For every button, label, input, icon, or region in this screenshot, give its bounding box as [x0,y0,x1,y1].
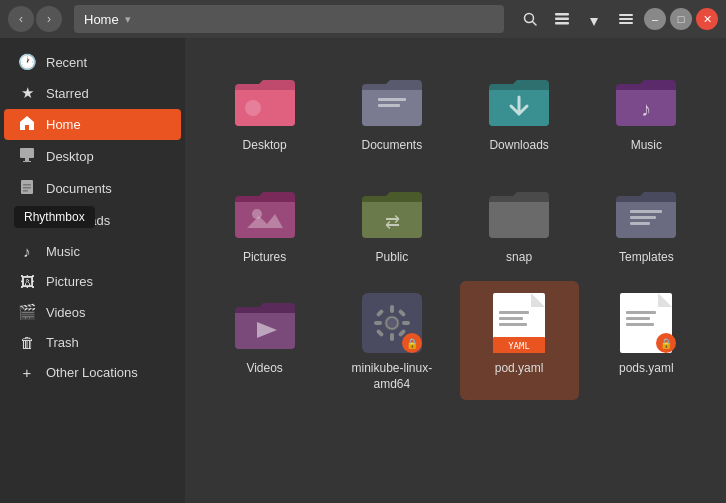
file-content: Desktop Documents [185,38,726,503]
downloads-folder-label: Downloads [489,138,548,154]
folder-documents[interactable]: Documents [332,58,451,162]
music-folder-label: Music [631,138,662,154]
pod-yaml-label: pod.yaml [495,361,544,377]
svg-text:♪: ♪ [641,98,651,120]
folder-public[interactable]: ⇄ Public [332,170,451,274]
svg-text:YAML: YAML [508,341,530,351]
recent-icon: 🕐 [18,53,36,71]
file-minikube[interactable]: 🔒 minikube-linux-amd64 [332,281,451,400]
sidebar-label-home: Home [46,117,167,132]
svg-rect-3 [555,18,569,21]
svg-point-17 [245,100,261,116]
maximize-button[interactable]: □ [670,8,692,30]
sidebar-item-desktop[interactable]: Desktop [4,141,181,172]
minikube-file-label: minikube-linux-amd64 [340,361,443,392]
folder-videos[interactable]: Videos [205,281,324,400]
lock-badge: 🔒 [656,333,676,353]
sidebar-item-music[interactable]: ♪ Music [4,237,181,266]
svg-rect-50 [626,323,654,326]
view-list-button[interactable] [548,5,576,33]
folder-desktop[interactable]: Desktop [205,58,324,162]
home-icon [18,115,36,134]
svg-rect-7 [619,18,633,20]
svg-rect-43 [499,323,527,326]
folder-templates[interactable]: Templates [587,170,706,274]
sidebar-label-videos: Videos [46,305,167,320]
sidebar-label-music: Music [46,244,167,259]
svg-rect-34 [376,329,384,337]
templates-folder-label: Templates [619,250,674,266]
videos-icon: 🎬 [18,303,36,321]
other-locations-icon: + [18,364,36,381]
public-folder-icon: ⇄ [360,180,424,244]
pods-yaml-icon: 🔒 [614,291,678,355]
forward-button[interactable]: › [36,6,62,32]
documents-icon [18,179,36,198]
sidebar-item-downloads[interactable]: Downloads [4,205,181,236]
documents-folder-icon [360,68,424,132]
desktop-folder-label: Desktop [243,138,287,154]
sidebar-label-other: Other Locations [46,365,167,380]
location-bar[interactable]: Home ▾ [74,5,504,33]
sidebar-item-starred[interactable]: ★ Starred [4,78,181,108]
snap-folder-icon [487,180,551,244]
svg-rect-35 [398,309,406,317]
pod-yaml-icon: YAML [487,291,551,355]
titlebar-actions: – □ ✕ [516,5,718,33]
svg-rect-42 [499,317,523,320]
file-grid: Desktop Documents [205,58,706,400]
sidebar-label-documents: Documents [46,181,167,196]
view-options-button[interactable] [580,5,608,33]
svg-rect-41 [499,311,529,314]
sidebar-item-recent[interactable]: 🕐 Recent [4,47,181,77]
svg-rect-9 [20,148,34,158]
sidebar-label-pictures: Pictures [46,274,167,289]
sidebar-item-trash[interactable]: 🗑 Trash [4,328,181,357]
desktop-icon [18,147,36,166]
file-pod-yaml[interactable]: YAML pod.yaml [460,281,579,400]
svg-marker-5 [590,18,598,26]
svg-line-1 [533,22,537,26]
svg-rect-29 [390,333,394,341]
svg-rect-31 [402,321,410,325]
music-folder-icon: ♪ [614,68,678,132]
folder-pictures[interactable]: Pictures [205,170,324,274]
nav-buttons: ‹ › [8,6,62,32]
svg-rect-8 [619,22,633,24]
sidebar-item-pictures[interactable]: 🖼 Pictures [4,267,181,296]
downloads-icon [18,211,36,230]
search-button[interactable] [516,5,544,33]
folder-music[interactable]: ♪ Music [587,58,706,162]
svg-rect-6 [619,14,633,16]
starred-icon: ★ [18,84,36,102]
folder-snap[interactable]: snap [460,170,579,274]
svg-rect-23 [630,210,662,213]
close-button[interactable]: ✕ [696,8,718,30]
pods-yaml-label: pods.yaml [619,361,674,377]
sidebar-item-other-locations[interactable]: + Other Locations [4,358,181,387]
svg-rect-18 [378,98,406,101]
sidebar-item-home[interactable]: Home [4,109,181,140]
svg-rect-48 [626,311,656,314]
svg-rect-16 [21,224,33,226]
svg-rect-32 [376,309,384,317]
sidebar-item-videos[interactable]: 🎬 Videos [4,297,181,327]
location-text: Home [84,12,119,27]
pictures-folder-label: Pictures [243,250,286,266]
folder-downloads[interactable]: Downloads [460,58,579,162]
svg-rect-24 [630,216,656,219]
file-pods-yaml[interactable]: 🔒 pods.yaml [587,281,706,400]
downloads-folder-icon [487,68,551,132]
lock-badge-minikube: 🔒 [402,333,422,353]
minimize-button[interactable]: – [644,8,666,30]
menu-button[interactable] [612,5,640,33]
documents-folder-label: Documents [362,138,423,154]
back-button[interactable]: ‹ [8,6,34,32]
svg-rect-13 [23,184,31,186]
pictures-icon: 🖼 [18,273,36,290]
svg-rect-10 [25,158,29,161]
sidebar-label-trash: Trash [46,335,167,350]
svg-rect-25 [630,222,650,225]
sidebar-item-documents[interactable]: Documents [4,173,181,204]
videos-folder-label: Videos [246,361,282,377]
